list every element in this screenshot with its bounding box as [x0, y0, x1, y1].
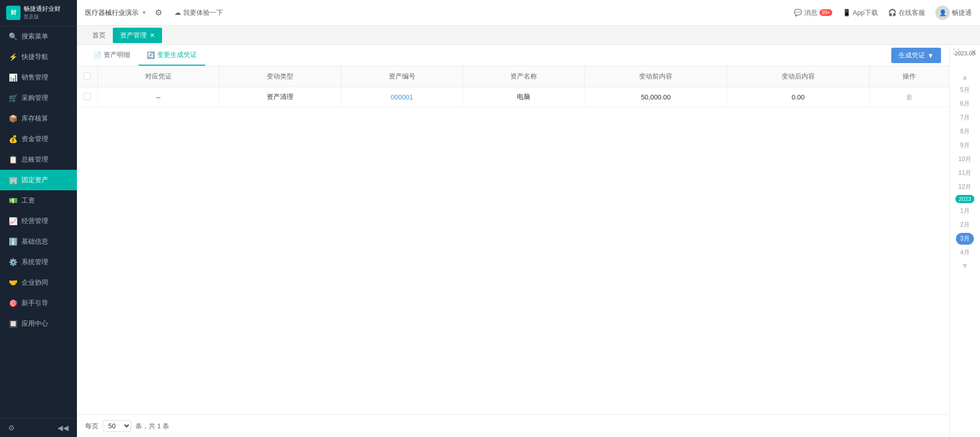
quicknav-label: 快捷导航: [22, 52, 48, 62]
collab-label: 企业协同: [22, 278, 48, 287]
row-checkbox[interactable]: [84, 93, 91, 100]
timeline-month-6月[interactable]: 6月: [950, 97, 980, 111]
timeline-month-2023-1月[interactable]: 1月: [950, 204, 980, 218]
avatar: 👤: [935, 6, 950, 20]
settings-button[interactable]: ⚙: [155, 8, 162, 17]
company-dropdown-icon: ▼: [142, 10, 147, 15]
base-info-label: 基础信息: [22, 237, 48, 246]
tab-close-icon[interactable]: ✕: [150, 32, 155, 39]
user-menu[interactable]: 👤 畅捷通: [935, 6, 972, 20]
sidebar-item-inventory[interactable]: 📦 库存核算: [0, 108, 77, 129]
timeline-month-8月[interactable]: 8月: [950, 125, 980, 138]
sidebar-item-fixed-assets[interactable]: 🏢 固定资产: [0, 170, 77, 190]
sidebar-item-quicknav[interactable]: ⚡ 快捷导航: [0, 47, 77, 67]
search-label: 搜索菜单: [22, 32, 48, 41]
select-all-header[interactable]: [77, 66, 97, 87]
row-before: 50,000.00: [585, 87, 727, 107]
inventory-label: 库存核算: [22, 114, 48, 123]
expand-icon[interactable]: ⛶: [953, 48, 959, 55]
col-asset-name: 资产名称: [463, 66, 585, 87]
main-area: 医疗器械行业演示 ▼ ⚙ ☁ 我要体验一下 💬 消息 99+ 📱 App下载 🎧…: [77, 0, 980, 437]
search-icon: 🔍: [8, 32, 17, 41]
timeline-month-10月[interactable]: 10月: [950, 152, 980, 166]
inner-tab-asset-list[interactable]: 📄 资产明细: [85, 45, 138, 66]
tab-home[interactable]: 首页: [85, 28, 113, 43]
logo-text: 畅捷通好业财: [24, 5, 61, 13]
generate-voucher-button[interactable]: 生成凭证 ▼: [891, 48, 941, 63]
salary-icon: 💵: [8, 196, 17, 205]
sales-label: 销售管理: [22, 73, 48, 82]
timeline-year-2023[interactable]: 2023: [955, 195, 974, 203]
system-icon: ⚙️: [8, 258, 17, 266]
timeline-down-arrow[interactable]: ▼: [962, 260, 969, 272]
timeline-month-5月[interactable]: 5月: [950, 83, 980, 97]
messages-button[interactable]: 💬 消息 99+: [794, 8, 832, 17]
guide-icon: 🎯: [8, 299, 17, 307]
sidebar-item-system[interactable]: ⚙️ 系统管理: [0, 252, 77, 272]
settings-icon[interactable]: ⚙: [8, 424, 15, 432]
collab-icon: 🤝: [8, 279, 17, 287]
app-download-button[interactable]: 📱 App下载: [843, 8, 878, 17]
purchase-icon: 🛒: [8, 94, 17, 102]
guide-label: 新手引导: [22, 299, 48, 308]
table-wrap: 对应凭证 变动类型 资产编号 资产名称 变动前内容 变动后内容 操作: [77, 66, 949, 414]
timeline-month-2023-4月[interactable]: 4月: [950, 246, 980, 260]
message-icon: 💬: [794, 9, 802, 16]
company-name: 医疗器械行业演示: [85, 8, 138, 17]
experience-button[interactable]: ☁ 我要体验一下: [174, 8, 223, 17]
headset-icon: 🎧: [888, 9, 896, 16]
logo-icon: 财: [6, 6, 21, 20]
page-size-select[interactable]: 50 10 20 100: [103, 420, 131, 432]
list-icon: 📄: [93, 51, 102, 59]
quicknav-icon: ⚡: [8, 53, 17, 61]
apps-icon: 🔲: [8, 320, 17, 328]
delete-icon[interactable]: 🗑: [906, 93, 913, 101]
select-all-checkbox[interactable]: [84, 72, 91, 80]
row-select-cell[interactable]: [77, 87, 97, 107]
collapse-icon[interactable]: ◀◀: [57, 424, 69, 432]
sidebar-item-search[interactable]: 🔍 搜索菜单: [0, 26, 77, 47]
per-page-label: 每页: [85, 422, 98, 431]
ledger-label: 总账管理: [22, 155, 48, 164]
sidebar-item-sales[interactable]: 📊 销售管理: [0, 67, 77, 88]
sidebar: 财 畅捷通好业财 普及版 🔍 搜索菜单 ⚡ 快捷导航 📊 销售管理 🛒 采购管理…: [0, 0, 77, 437]
sidebar-item-ledger[interactable]: 📋 总账管理: [0, 149, 77, 170]
top-header: 医疗器械行业演示 ▼ ⚙ ☁ 我要体验一下 💬 消息 99+ 📱 App下载 🎧…: [77, 0, 980, 26]
logo-sub: 普及版: [24, 13, 61, 21]
timeline-month-11月[interactable]: 11月: [950, 166, 980, 180]
tab-asset-mgmt[interactable]: 资产管理 ✕: [113, 28, 162, 43]
dropdown-arrow-icon: ▼: [927, 52, 934, 59]
sidebar-logo: 财 畅捷通好业财 普及版: [0, 0, 77, 26]
company-selector[interactable]: 医疗器械行业演示 ▼: [85, 8, 147, 17]
sidebar-item-collab[interactable]: 🤝 企业协同: [0, 272, 77, 293]
timeline-up-arrow[interactable]: ▲: [962, 71, 969, 83]
sidebar-item-salary[interactable]: 💵 工资: [0, 190, 77, 211]
fixed-assets-icon: 🏢: [8, 176, 17, 184]
online-service-button[interactable]: 🎧 在线客服: [888, 8, 925, 17]
row-action-cell: 🗑: [869, 87, 949, 107]
close-icon[interactable]: ✕: [971, 48, 977, 56]
timeline-month-2023-2月[interactable]: 2月: [950, 218, 980, 232]
funds-icon: 💰: [8, 135, 17, 143]
table-footer: 每页 50 10 20 100 条，共 1 条: [77, 414, 949, 437]
timeline-month-12月[interactable]: 12月: [950, 180, 980, 194]
sidebar-item-guide[interactable]: 🎯 新手引导: [0, 293, 77, 313]
sidebar-item-base-info[interactable]: ℹ️ 基础信息: [0, 231, 77, 252]
inner-tab-change-voucher[interactable]: 🔄 变更生成凭证: [138, 45, 205, 66]
total-text: 条，共 1 条: [135, 422, 169, 431]
apps-label: 应用中心: [22, 319, 48, 328]
timeline-month-7月[interactable]: 7月: [950, 111, 980, 125]
row-asset-no: 000001: [341, 87, 463, 107]
col-voucher: 对应凭证: [97, 66, 219, 87]
ledger-icon: 📋: [8, 155, 17, 164]
sidebar-item-operations[interactable]: 📈 经营管理: [0, 211, 77, 231]
col-asset-no: 资产编号: [341, 66, 463, 87]
timeline-month-2023-3月[interactable]: 3月: [956, 233, 974, 245]
sidebar-bottom: ⚙ ◀◀: [0, 418, 77, 437]
content-area: 📄 资产明细 🔄 变更生成凭证 生成凭证 ▼: [77, 45, 949, 437]
sidebar-item-funds[interactable]: 💰 资金管理: [0, 129, 77, 149]
fixed-assets-label: 固定资产: [22, 175, 48, 185]
sidebar-item-apps[interactable]: 🔲 应用中心: [0, 313, 77, 334]
timeline-month-9月[interactable]: 9月: [950, 138, 980, 152]
sidebar-item-purchase[interactable]: 🛒 采购管理: [0, 88, 77, 108]
